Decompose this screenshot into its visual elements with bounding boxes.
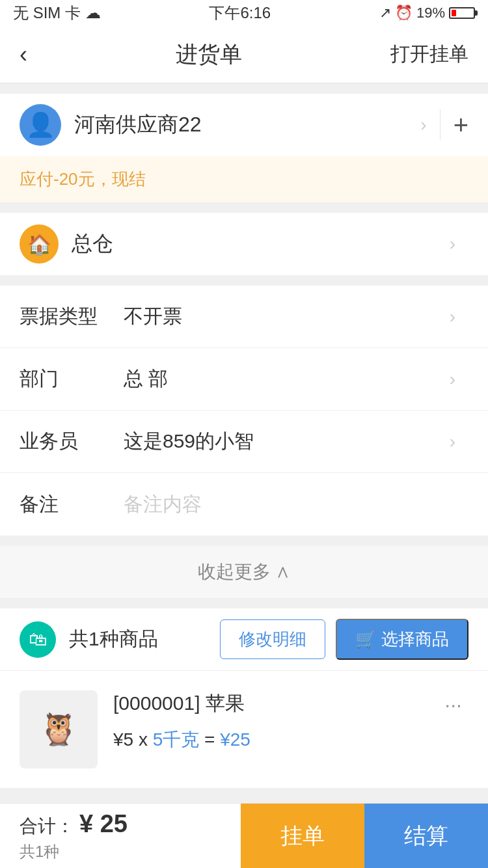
- chevron-right-icon: ›: [420, 115, 426, 135]
- vertical-divider: [440, 109, 441, 141]
- modify-detail-button[interactable]: 修改明细: [220, 619, 325, 659]
- products-section: 🛍 共1种商品 修改明细 🛒 选择商品 🦉 [0000001] 苹果 ¥5 x …: [0, 608, 488, 789]
- product-more-button[interactable]: ···: [438, 690, 468, 720]
- salesperson-value: 这是859的小智: [111, 428, 450, 455]
- page-title: 进货单: [176, 40, 242, 70]
- product-thumbnail: 🦉: [20, 690, 98, 768]
- total-label: 合计：: [20, 814, 74, 839]
- product-item: 🦉 [0000001] 苹果 ¥5 x 5千克 = ¥25 ···: [0, 671, 488, 789]
- hang-order-button[interactable]: 挂单: [241, 804, 364, 868]
- bottom-bar: 合计： ¥ 25 共1种 挂单 结算: [0, 803, 488, 868]
- total-row: 合计： ¥ 25: [20, 810, 221, 839]
- status-right: ↗ ⏰ 19%: [379, 5, 475, 21]
- department-label: 部门: [20, 366, 111, 392]
- avatar-icon: 👤: [26, 111, 55, 139]
- select-product-label: 选择商品: [381, 628, 449, 651]
- invoice-type-label: 票据类型: [20, 303, 111, 330]
- collapse-text: 收起更多 ∧: [198, 560, 291, 584]
- total-count: 共1种: [20, 841, 221, 862]
- bag-icon-wrap: 🛍: [20, 621, 56, 658]
- bag-icon: 🛍: [29, 629, 47, 650]
- signal-text: 无 SIM 卡 ☁: [13, 3, 101, 23]
- battery-icon: [449, 7, 475, 19]
- department-value: 总 部: [111, 366, 450, 392]
- checkout-label: 结算: [404, 821, 448, 851]
- product-info: [0000001] 苹果 ¥5 x 5千克 = ¥25: [113, 690, 438, 752]
- total-price: ¥25: [220, 729, 251, 750]
- warehouse-name: 总仓: [72, 230, 450, 258]
- collapse-more[interactable]: 收起更多 ∧: [0, 546, 488, 598]
- status-left: 无 SIM 卡 ☁: [13, 3, 101, 23]
- product-title: 苹果: [206, 692, 245, 714]
- remark-label: 备注: [20, 491, 111, 518]
- remark-placeholder: 备注内容: [111, 491, 468, 518]
- product-code: [0000001]: [113, 692, 200, 714]
- supplier-row[interactable]: 👤 河南供应商22 › +: [0, 94, 488, 156]
- product-name: [0000001] 苹果: [113, 690, 438, 717]
- chevron-right-icon: ›: [450, 306, 455, 327]
- supplier-section: 👤 河南供应商22 › + 应付-20元，现结: [0, 94, 488, 202]
- total-section: 合计： ¥ 25 共1种: [0, 804, 241, 868]
- chevron-right-icon: ›: [450, 369, 455, 390]
- chevron-right-icon: ›: [450, 431, 455, 452]
- notice-bar: 应付-20元，现结: [0, 156, 488, 202]
- warehouse-section[interactable]: 🏠 总仓 ›: [0, 213, 488, 275]
- hang-order-label: 挂单: [280, 821, 325, 851]
- status-time: 下午6:16: [209, 3, 271, 23]
- supplier-name: 河南供应商22: [74, 111, 420, 139]
- notice-text: 应付-20元，现结: [20, 169, 146, 189]
- nav-bar: ‹ 进货单 打开挂单: [0, 26, 488, 83]
- cart-icon: 🛒: [355, 629, 376, 649]
- products-count: 共1种商品: [69, 626, 220, 653]
- invoice-type-value: 不开票: [111, 303, 450, 330]
- salesperson-label: 业务员: [20, 428, 111, 455]
- location-icon: ↗: [379, 5, 391, 21]
- select-product-button[interactable]: 🛒 选择商品: [336, 619, 468, 660]
- chevron-right-icon: ›: [450, 234, 455, 254]
- quantity: 5千克: [153, 729, 200, 750]
- owl-icon: 🦉: [39, 711, 78, 748]
- salesperson-row[interactable]: 业务员 这是859的小智 ›: [0, 411, 488, 473]
- department-row[interactable]: 部门 总 部 ›: [0, 348, 488, 411]
- product-price-row: ¥5 x 5千克 = ¥25: [113, 727, 438, 752]
- open-hang-button[interactable]: 打开挂单: [390, 41, 468, 68]
- total-amount: ¥ 25: [79, 810, 128, 838]
- supplier-avatar: 👤: [20, 104, 61, 146]
- equals-sign: =: [204, 729, 220, 750]
- status-bar: 无 SIM 卡 ☁ 下午6:16 ↗ ⏰ 19%: [0, 0, 488, 26]
- back-button[interactable]: ‹: [20, 41, 27, 68]
- remark-row[interactable]: 备注 备注内容: [0, 473, 488, 536]
- add-supplier-button[interactable]: +: [454, 111, 468, 140]
- checkout-button[interactable]: 结算: [364, 804, 488, 868]
- battery-text: 19%: [416, 5, 445, 21]
- form-section: 票据类型 不开票 › 部门 总 部 › 业务员 这是859的小智 › 备注 备注…: [0, 286, 488, 536]
- warehouse-icon-wrap: 🏠: [20, 224, 59, 264]
- products-header: 🛍 共1种商品 修改明细 🛒 选择商品: [0, 608, 488, 671]
- warehouse-icon: 🏠: [27, 233, 51, 256]
- alarm-icon: ⏰: [395, 5, 413, 21]
- invoice-type-row[interactable]: 票据类型 不开票 ›: [0, 286, 488, 348]
- multiply-sign: x: [139, 729, 153, 750]
- unit-price: ¥5: [113, 729, 133, 750]
